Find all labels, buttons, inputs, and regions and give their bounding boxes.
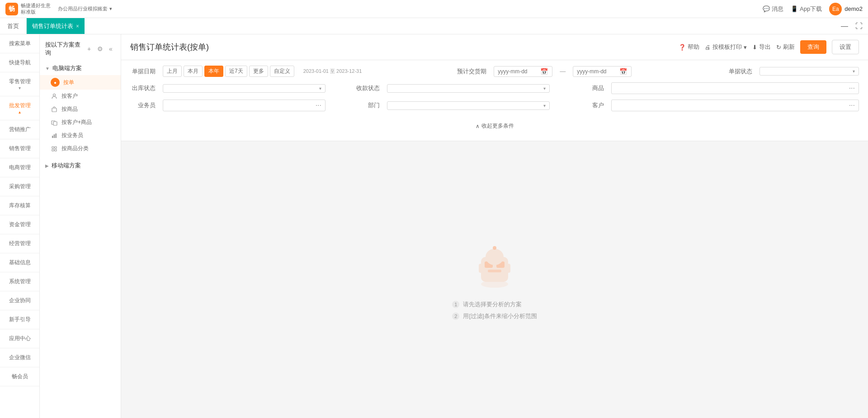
tab-home[interactable]: 首页 [0, 18, 27, 34]
date-btn-custom[interactable]: 自定义 [270, 66, 294, 77]
scheme-item-label: 按客户+商品 [61, 119, 92, 126]
customer-select[interactable]: ··· [611, 100, 859, 111]
export-button[interactable]: ⬇ 导出 [752, 43, 771, 51]
sidebar-item-finance[interactable]: 资金管理 [0, 215, 39, 234]
sidebar-item-ecommerce[interactable]: 电商管理 [0, 158, 39, 177]
desktop-scheme-header[interactable]: ▼ 电脑端方案 [40, 62, 121, 75]
query-button[interactable]: 查询 [800, 40, 826, 54]
sidebar-item-search-menu[interactable]: 搜索菜单 [0, 34, 39, 53]
tab-sales-order[interactable]: 销售订单统计表 × [27, 18, 85, 34]
sidebar-item-sales[interactable]: 销售管理 [0, 139, 39, 158]
page-header-actions: ❓ 帮助 🖨 按模板打印 ▾ ⬇ 导出 ↻ 刷新 [679, 40, 859, 54]
date-btn-this-year[interactable]: 本年 [204, 66, 223, 77]
settings-button[interactable]: 设置 [832, 40, 859, 54]
chevron-down-icon: ▾ [543, 86, 546, 91]
more-icon[interactable]: ··· [849, 84, 855, 92]
expected-delivery-start[interactable]: 📅 [494, 66, 552, 77]
collapse-button[interactable]: ∧ 收起更多条件 [476, 120, 514, 132]
date-btn-last-month[interactable]: 上月 [163, 66, 182, 77]
top-bar-right: 💬 消息 📱 App下载 Ea demo2 [763, 3, 863, 15]
department-select[interactable]: ▾ [387, 101, 550, 110]
empty-state: 1 请先选择要分析的方案 2 用[过滤]条件来缩小分析范围 [121, 141, 868, 418]
date-label: 单据日期 [130, 67, 156, 76]
payment-status-label: 收款状态 [354, 84, 380, 92]
ship-status-label: 出库状态 [130, 84, 156, 92]
expected-delivery-end[interactable]: 📅 [573, 66, 632, 77]
scheme-item-by-salesman[interactable]: 按业务员 [40, 129, 121, 142]
sidebar-item-enterprise[interactable]: 企业协同 [0, 291, 39, 310]
empty-illustration [467, 239, 522, 293]
enterprise-select[interactable]: 办公用品行业模拟账套 ▾ [54, 5, 116, 12]
payment-status-select[interactable]: ▾ [387, 84, 550, 93]
collapse-panel-button[interactable]: « [106, 44, 115, 53]
refresh-button[interactable]: ↻ 刷新 [776, 43, 795, 51]
svg-rect-8 [55, 147, 57, 148]
customer-label: 客户 [579, 101, 604, 109]
user-area[interactable]: Ea demo2 [829, 3, 863, 15]
add-scheme-button[interactable]: + [85, 44, 94, 53]
svg-point-20 [493, 246, 496, 250]
page-title: 销售订单统计表(按单) [130, 42, 209, 52]
sidebar-item-retail[interactable]: 零售管理 ▾ [0, 72, 39, 96]
department-label: 部门 [354, 101, 380, 109]
sidebar-item-system[interactable]: 系统管理 [0, 272, 39, 291]
sidebar-item-operations[interactable]: 经营管理 [0, 234, 39, 253]
left-panel: 按以下方案查询 + ⚙ « ▼ 电脑端方案 ● 按单 [40, 34, 121, 418]
expected-delivery-label: 预计交货期 [457, 67, 486, 76]
main-content: 销售订单统计表(按单) ❓ 帮助 🖨 按模板打印 ▾ ⬇ 导出 [121, 34, 868, 418]
scheme-item-label: 按商品 [61, 105, 78, 113]
more-icon[interactable]: ··· [316, 101, 321, 109]
expected-delivery-end-input[interactable] [577, 68, 618, 75]
scheme-item-by-customer[interactable]: 按客户 [40, 90, 121, 103]
svg-rect-10 [55, 149, 57, 151]
date-btn-more[interactable]: 更多 [249, 66, 268, 77]
maximize-button[interactable]: ⛶ [854, 20, 864, 32]
template-print-button[interactable]: 🖨 按模板打印 ▾ [705, 43, 747, 51]
scheme-settings-button[interactable]: ⚙ [95, 44, 104, 53]
scheme-item-by-order[interactable]: ● 按单 [40, 75, 121, 90]
category-icon [51, 145, 58, 152]
help-button[interactable]: ❓ 帮助 [679, 43, 699, 51]
order-status-select[interactable]: ▾ [760, 67, 859, 76]
scheme-item-label: 按业务员 [61, 132, 83, 139]
sidebar-item-wholesale[interactable]: 批发管理 ▴ [0, 96, 39, 120]
chevron-down-icon: ▾ [319, 86, 321, 91]
sidebar-item-marketing[interactable]: 营销推广 [0, 120, 39, 139]
filter-row-2: 出库状态 ▾ 收款状态 ▾ 商品 ··· [130, 82, 859, 94]
sidebar-item-newbie[interactable]: 新手引导 [0, 310, 39, 329]
messages-button[interactable]: 💬 消息 [763, 5, 783, 13]
sidebar-item-wechat[interactable]: 企业微信 [0, 348, 39, 367]
sidebar-item-app-center[interactable]: 应用中心 [0, 329, 39, 348]
empty-tip-2: 2 用[过滤]条件来缩小分析范围 [452, 312, 537, 320]
mobile-scheme-header[interactable]: ▶ 移动端方案 [40, 159, 121, 172]
date-btn-last-7days[interactable]: 近7天 [225, 66, 247, 77]
tab-bar-actions: — ⛶ [839, 20, 868, 32]
scheme-item-by-goods[interactable]: 按商品 [40, 103, 121, 116]
combo-icon [51, 119, 58, 126]
scheme-item-label: 按商品分类 [61, 145, 89, 152]
logo-area: 畅 畅捷通好生意 标准版 [5, 3, 51, 15]
sidebar: 搜索菜单 快捷导航 零售管理 ▾ 批发管理 ▴ 营销推广 销售管理 电商管理 采… [0, 34, 40, 418]
sidebar-item-inventory[interactable]: 库存核算 [0, 196, 39, 215]
app-download-button[interactable]: 📱 App下载 [791, 5, 822, 13]
scheme-item-by-category[interactable]: 按商品分类 [40, 142, 121, 155]
svg-point-0 [53, 94, 56, 96]
svg-rect-1 [52, 108, 57, 112]
sidebar-item-quick-nav[interactable]: 快捷导航 [0, 53, 39, 72]
left-panel-title: 按以下方案查询 [45, 41, 85, 57]
expected-delivery-start-input[interactable] [498, 68, 538, 75]
content-area: 按以下方案查询 + ⚙ « ▼ 电脑端方案 ● 按单 [40, 34, 868, 418]
sidebar-item-purchase[interactable]: 采购管理 [0, 177, 39, 196]
chevron-down-icon: ▾ [853, 69, 855, 74]
date-btn-this-month[interactable]: 本月 [184, 66, 203, 77]
scheme-item-by-customer-goods[interactable]: 按客户+商品 [40, 116, 121, 129]
salesman-select[interactable]: ··· [163, 100, 326, 111]
minimize-button[interactable]: — [839, 20, 850, 32]
sidebar-item-member[interactable]: 畅会员 [0, 367, 39, 386]
tab-close-icon[interactable]: × [76, 23, 79, 29]
ship-status-select[interactable]: ▾ [163, 84, 326, 93]
goods-select[interactable]: ··· [611, 82, 859, 94]
more-icon[interactable]: ··· [849, 101, 855, 109]
svg-rect-16 [479, 264, 482, 273]
sidebar-item-basic-info[interactable]: 基础信息 [0, 253, 39, 272]
